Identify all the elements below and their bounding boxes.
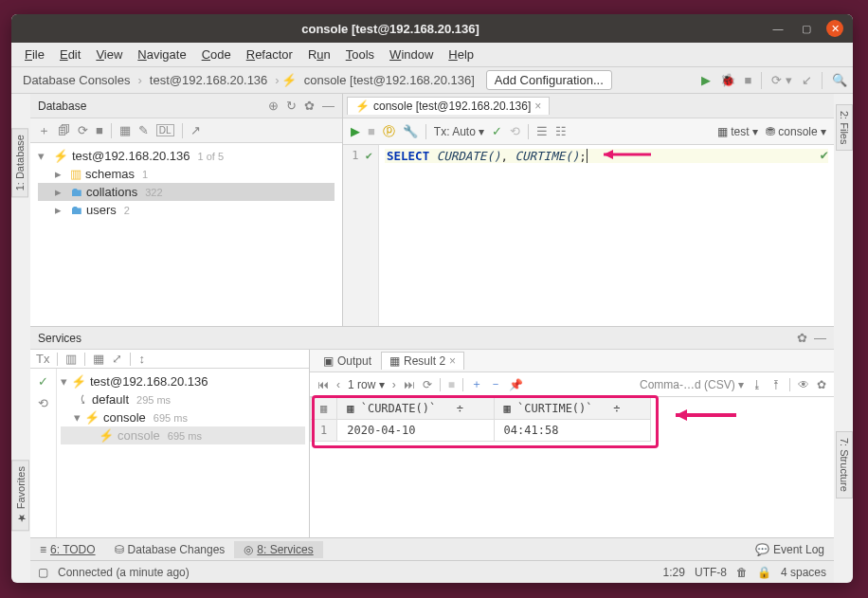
schema-selector[interactable]: ▦ test ▾	[717, 125, 758, 138]
wrench-icon[interactable]: 🔧	[403, 124, 418, 138]
svc-datasource[interactable]: ▾ ⚡ test@192.168.20.136	[61, 372, 305, 390]
history-icon[interactable]: ☰	[536, 124, 548, 138]
download-icon[interactable]: ⭳	[751, 378, 763, 391]
expand-all-icon[interactable]: ↕	[138, 352, 145, 366]
services-tree[interactable]: ▾ ⚡ test@192.168.20.136 ⤹ default295 ms …	[57, 369, 309, 537]
open-icon[interactable]: ⤢	[112, 352, 122, 366]
cell-curdate[interactable]: 2020-04-10	[337, 420, 494, 442]
sql-editor[interactable]: 1 ✔ SELECT CURDATE(), CURTIME(); ✔	[343, 145, 834, 326]
filter-icon[interactable]: ▥	[65, 352, 77, 366]
sidebar-tab-files[interactable]: 2: Files	[836, 104, 853, 151]
column-header-curtime[interactable]: ▦ `CURTIME()` ÷	[494, 398, 650, 420]
tab-todo[interactable]: ≡ 6: TODO	[30, 541, 105, 558]
pin-icon[interactable]: 📌	[509, 378, 523, 391]
debug-icon[interactable]: 🐞	[720, 73, 735, 87]
encoding-label[interactable]: UTF-8	[695, 566, 727, 579]
settings-icon[interactable]: ☷	[555, 124, 567, 138]
menu-run[interactable]: Run	[302, 45, 336, 63]
menu-view[interactable]: View	[90, 45, 128, 63]
add-icon[interactable]: ＋	[38, 122, 50, 139]
explain-plan-icon[interactable]: ⓟ	[383, 123, 395, 140]
upload-icon[interactable]: ⭱	[770, 378, 782, 391]
copy-ddl-icon[interactable]: 🗐	[58, 123, 70, 137]
column-header-curdate[interactable]: ▦ `CURDATE()` ÷	[337, 398, 494, 420]
row-count-label[interactable]: 1 row ▾	[348, 378, 385, 391]
ddl-icon[interactable]: DL	[156, 124, 174, 136]
svc-console-leaf[interactable]: ⚡ console695 ms	[61, 426, 305, 444]
pull-icon[interactable]: ↙	[802, 73, 812, 87]
hide-icon[interactable]: —	[814, 331, 826, 345]
rollback-icon[interactable]: ⟲	[38, 396, 48, 410]
settings-icon[interactable]: ✿	[797, 331, 807, 345]
svc-default[interactable]: ⤹ default295 ms	[61, 390, 305, 408]
menu-help[interactable]: Help	[443, 45, 479, 63]
commit-icon[interactable]: ✓	[38, 374, 48, 389]
rollback-icon[interactable]: ⟲	[510, 124, 520, 138]
close-icon[interactable]: ×	[449, 354, 456, 368]
tab-database-changes[interactable]: ⛁ Database Changes	[105, 541, 235, 558]
database-tree[interactable]: ▾⚡ test@192.168.20.136 1 of 5 ▸▥ schemas…	[30, 143, 342, 326]
output-tab[interactable]: ▣ Output	[316, 353, 379, 370]
tree-schemas[interactable]: ▸▥ schemas 1	[38, 165, 335, 183]
result-tab[interactable]: ▦ Result 2 ×	[381, 352, 464, 370]
expand-icon[interactable]: ↗	[190, 123, 201, 137]
settings-icon[interactable]: ✿	[817, 378, 826, 391]
minimize-button[interactable]: —	[769, 20, 787, 37]
lock-icon[interactable]: 🔒	[757, 566, 771, 579]
add-row-icon[interactable]: ＋	[471, 376, 482, 392]
result-grid[interactable]: ▦ ▦ `CURDATE()` ÷ ▦ `CURTIME()` ÷ 1 2020…	[310, 397, 834, 442]
commit-icon[interactable]: ✓	[492, 124, 502, 138]
tab-event-log[interactable]: 💬 Event Log	[746, 541, 834, 558]
hide-icon[interactable]: —	[322, 99, 335, 113]
stop-icon[interactable]: ■	[368, 124, 375, 138]
tab-services[interactable]: ◎ 8: Services	[234, 541, 322, 558]
tree-datasource[interactable]: ▾⚡ test@192.168.20.136 1 of 5	[38, 147, 335, 165]
close-tab-icon[interactable]: ×	[534, 100, 541, 113]
menu-tools[interactable]: Tools	[340, 45, 380, 63]
sync-icon[interactable]: ⟳ ▾	[771, 73, 792, 87]
next-page-icon[interactable]: ›	[392, 378, 396, 391]
refresh-icon[interactable]: ⟳	[423, 378, 432, 391]
execute-icon[interactable]: ▶	[351, 124, 360, 138]
last-page-icon[interactable]: ⏭	[404, 378, 415, 391]
prev-page-icon[interactable]: ‹	[336, 378, 340, 391]
breadcrumb-seg-1[interactable]: test@192.168.20.136	[144, 71, 274, 89]
menu-edit[interactable]: Edit	[54, 45, 86, 63]
edit-icon[interactable]: ✎	[138, 123, 149, 137]
target-icon[interactable]: ⊕	[268, 99, 279, 113]
search-icon[interactable]: 🔍	[832, 73, 847, 87]
view-icon[interactable]: 👁	[798, 378, 809, 391]
settings-icon[interactable]: ✿	[304, 99, 315, 113]
tree-users[interactable]: ▸🖿 users 2	[38, 201, 335, 219]
export-format-selector[interactable]: Comma-…d (CSV) ▾	[640, 378, 744, 391]
caret-position[interactable]: 1:29	[663, 566, 685, 579]
indent-label[interactable]: 4 spaces	[781, 566, 826, 579]
sync-icon[interactable]: ⟳	[78, 123, 88, 137]
layout-icon[interactable]: ▦	[93, 352, 104, 366]
breadcrumb-seg-2[interactable]: console [test@192.168.20.136]	[298, 71, 480, 89]
sidebar-tab-structure[interactable]: 7: Structure	[836, 431, 853, 498]
sidebar-tab-favorites[interactable]: ★ Favorites	[11, 460, 29, 531]
svc-console-group[interactable]: ▾ ⚡ console695 ms	[61, 408, 305, 426]
menu-file[interactable]: File	[19, 45, 50, 63]
refresh-icon[interactable]: ↻	[286, 99, 297, 113]
tree-collations[interactable]: ▸🖿 collations 322	[38, 183, 335, 201]
console-selector[interactable]: ⛃ console ▾	[766, 125, 826, 138]
editor-tab-console[interactable]: ⚡console [test@192.168.20.136]×	[347, 97, 550, 115]
stop-icon[interactable]: ■	[96, 123, 103, 137]
menu-code[interactable]: Code	[196, 45, 237, 63]
menu-navigate[interactable]: Navigate	[132, 45, 191, 63]
add-configuration-button[interactable]: Add Configuration...	[486, 70, 612, 90]
trash-icon[interactable]: 🗑	[736, 566, 748, 579]
first-page-icon[interactable]: ⏮	[317, 378, 329, 391]
stop-icon[interactable]: ■	[448, 378, 455, 391]
close-button[interactable]: ✕	[826, 20, 843, 37]
remove-row-icon[interactable]: －	[490, 376, 501, 392]
sidebar-tab-database[interactable]: 1: Database	[11, 128, 28, 197]
stop-icon[interactable]: ■	[745, 73, 752, 87]
maximize-button[interactable]: ▢	[798, 20, 815, 37]
run-icon[interactable]: ▶	[701, 73, 711, 87]
menu-window[interactable]: Window	[384, 45, 439, 63]
tx-mode-selector[interactable]: Tx: Auto ▾	[434, 125, 484, 138]
table-icon[interactable]: ▦	[119, 123, 131, 137]
